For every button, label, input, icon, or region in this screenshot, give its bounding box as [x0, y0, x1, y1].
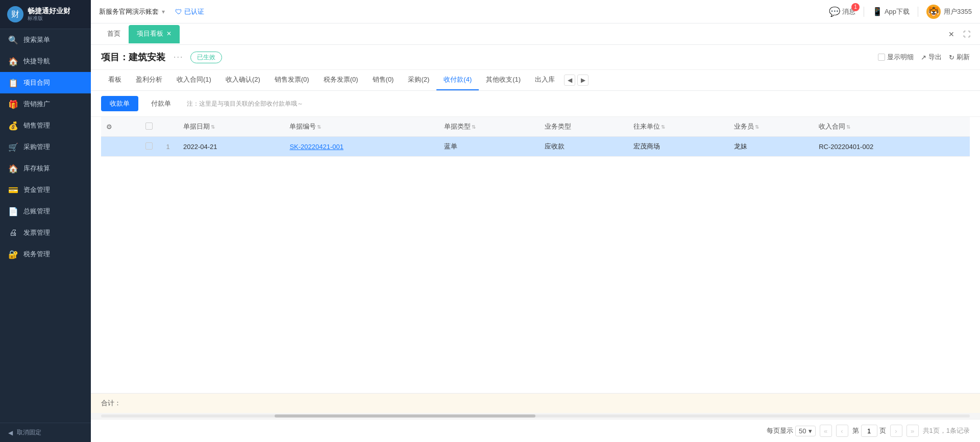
sub-tab-payment[interactable]: 收付款(4) [436, 70, 479, 90]
sidebar-item-funds[interactable]: 💳 资金管理 [0, 179, 91, 201]
sidebar-item-ledger[interactable]: 📄 总账管理 [0, 201, 91, 222]
toggle-note: 注：这里是与项目关联的全部收付款单哦～ [187, 100, 303, 108]
export-button[interactable]: ↗ 导出 [921, 53, 942, 62]
export-icon: ↗ [921, 54, 926, 61]
first-page-button[interactable]: « [820, 425, 832, 437]
sidebar-item-inventory[interactable]: 🏠 库存核算 [0, 158, 91, 179]
show-detail-checkbox[interactable]: 显示明细 [878, 53, 914, 62]
page-content: 项目：建筑安装 ··· 已生效 显示明细 ↗ 导出 ↻ 刷新 [91, 45, 980, 442]
col-date[interactable]: 单据日期⇅ [178, 117, 284, 137]
dropdown-icon: ▾ [808, 427, 812, 435]
payment-toggle[interactable]: 付款单 [142, 96, 180, 111]
sub-tab-kanban[interactable]: 看板 [101, 70, 129, 90]
more-icon[interactable]: ··· [174, 53, 183, 62]
sub-tab-income-confirm[interactable]: 收入确认(2) [218, 70, 267, 90]
page-label: 第 [852, 426, 859, 435]
col-settings[interactable]: ⚙ [101, 117, 140, 137]
tabbar: 首页 项目看板 ✕ ✕ ⛶ [91, 23, 980, 45]
topbar-project: 新服务官网演示账套 ▾ [99, 7, 165, 16]
sub-tab-nav: ◀ ▶ [564, 75, 589, 86]
sub-tab-purchase[interactable]: 采购(2) [401, 70, 436, 90]
sidebar-item-marketing[interactable]: 🎁 营销推广 [0, 93, 91, 115]
tab-project-label: 项目看板 [137, 29, 163, 38]
last-page-button[interactable]: » [906, 425, 919, 437]
checkbox-icon [878, 54, 885, 61]
sidebar-item-sales[interactable]: 💰 销售管理 [0, 115, 91, 136]
sidebar-item-label: 资金管理 [23, 185, 50, 194]
col-select-all[interactable] [140, 117, 158, 137]
tax-icon: 🔐 [8, 249, 18, 259]
sidebar-item-label: 搜索菜单 [23, 35, 50, 44]
scrollbar-track [101, 414, 970, 418]
sub-tab-income-contract[interactable]: 收入合同(1) [169, 70, 218, 90]
user-menu[interactable]: 🐯 用户3355 [926, 5, 972, 19]
close-button[interactable]: ✕ [946, 29, 957, 39]
sub-tab-other[interactable]: 其他收支(1) [479, 70, 528, 90]
table-row[interactable]: 1 2022-04-21 SK-20220421-001 蓝单 应收款 宏茂商场… [101, 137, 970, 157]
refresh-button[interactable]: ↻ 刷新 [949, 53, 970, 62]
sub-tab-next[interactable]: ▶ [577, 75, 589, 86]
topbar-project-name: 新服务官网演示账套 [99, 7, 159, 16]
next-page-button[interactable]: › [890, 425, 902, 437]
per-page-dropdown[interactable]: 50 ▾ [795, 426, 815, 436]
sub-tab-prev[interactable]: ◀ [564, 75, 575, 86]
sidebar-logo: 财 畅捷通好业财 标准版 [0, 0, 91, 29]
sidebar-item-invoice[interactable]: 🖨 发票管理 [0, 222, 91, 243]
divider [864, 7, 864, 17]
page-input[interactable] [861, 425, 877, 437]
sidebar-item-nav[interactable]: 🏠 快捷导航 [0, 51, 91, 72]
project-title: 项目：建筑安装 [101, 51, 165, 63]
row-code[interactable]: SK-20220421-001 [284, 137, 438, 157]
divider2 [918, 7, 918, 17]
sub-tab-profit[interactable]: 盈利分析 [129, 70, 169, 90]
summary-label: 合计： [101, 399, 121, 408]
sub-tab-sales-invoice[interactable]: 销售发票(0) [267, 70, 316, 90]
select-all-checkbox[interactable] [145, 122, 153, 130]
phone-icon: 📱 [872, 7, 883, 16]
data-table: ⚙ 单据日期⇅ 单据编号⇅ 单据类型⇅ 业务类型 往来单位⇅ 业务员⇅ 收入合同… [101, 117, 970, 157]
row-num: 1 [158, 137, 178, 157]
purchase-icon: 🛒 [8, 142, 18, 152]
sidebar-item-label: 发票管理 [23, 228, 50, 237]
page-suffix: 页 [879, 426, 886, 435]
col-contract[interactable]: 收入合同⇅ [814, 117, 970, 137]
row-contract: RC-20220401-002 [814, 137, 970, 157]
sidebar-item-purchase[interactable]: 🛒 采购管理 [0, 136, 91, 158]
sort-icon2: ⇅ [317, 124, 321, 130]
scrollbar-thumb[interactable] [275, 414, 535, 418]
main-area: 新服务官网演示账套 ▾ 🛡 已认证 💬 1 消息 📱 App下载 🐯 用户335… [91, 0, 980, 442]
settings-icon[interactable]: ⚙ [106, 123, 112, 131]
row-biz-type: 应收款 [540, 137, 628, 157]
row-date: 2022-04-21 [178, 137, 284, 157]
col-type[interactable]: 单据类型⇅ [439, 117, 540, 137]
project-icon: 📋 [8, 78, 18, 88]
row-checkbox[interactable] [145, 142, 153, 150]
search-icon: 🔍 [8, 35, 18, 45]
sidebar-item-search[interactable]: 🔍 搜索菜单 [0, 29, 91, 51]
message-button[interactable]: 💬 1 消息 [829, 6, 855, 17]
chevron-down-icon[interactable]: ▾ [162, 8, 165, 15]
sub-tab-inout[interactable]: 出入库 [528, 70, 562, 90]
sub-tab-tax-invoice[interactable]: 税务发票(0) [316, 70, 365, 90]
sort-icon3: ⇅ [472, 124, 476, 130]
sidebar-pin-toggle[interactable]: ◀ 取消固定 [0, 423, 91, 442]
col-code[interactable]: 单据编号⇅ [284, 117, 438, 137]
window-controls: ✕ ⛶ [946, 29, 972, 39]
maximize-button[interactable]: ⛶ [962, 29, 972, 39]
prev-page-button[interactable]: ‹ [836, 425, 848, 437]
sidebar-item-label: 项目合同 [23, 78, 50, 87]
tab-close-icon[interactable]: ✕ [166, 30, 172, 37]
tab-home[interactable]: 首页 [99, 25, 129, 43]
sidebar-item-tax[interactable]: 🔐 税务管理 [0, 243, 91, 265]
col-salesperson[interactable]: 业务员⇅ [729, 117, 814, 137]
col-partner[interactable]: 往来单位⇅ [628, 117, 729, 137]
sidebar-item-project[interactable]: 📋 项目合同 [0, 72, 91, 93]
app-download-button[interactable]: 📱 App下载 [872, 7, 910, 16]
sub-tab-sales[interactable]: 销售(0) [365, 70, 401, 90]
collection-toggle[interactable]: 收款单 [101, 96, 138, 111]
sidebar-item-label: 税务管理 [23, 250, 50, 259]
row-checkbox-cell[interactable] [140, 137, 158, 157]
pin-icon: ◀ [8, 429, 13, 436]
document-link[interactable]: SK-20220421-001 [289, 143, 344, 151]
tab-project-board[interactable]: 项目看板 ✕ [129, 25, 180, 43]
